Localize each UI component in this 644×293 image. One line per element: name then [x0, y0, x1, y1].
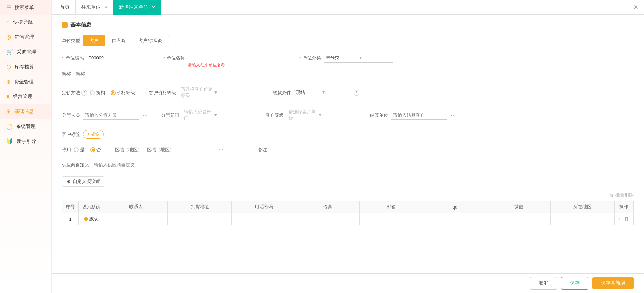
- qq-input[interactable]: [427, 217, 483, 222]
- department-chevron: ▼: [213, 113, 243, 117]
- region-label: 区域（地区）: [115, 147, 142, 153]
- department-label: 分管部门: [161, 112, 179, 119]
- unit-code-input[interactable]: [87, 54, 149, 62]
- region-group: 区域（地区） ···: [115, 146, 223, 154]
- section-header: 基本信息: [62, 22, 634, 28]
- radio-no-dot: [92, 149, 94, 151]
- sidebar-item-purchase[interactable]: 🛒 采购管理: [0, 44, 51, 59]
- region-more-btn[interactable]: ···: [219, 147, 223, 153]
- manager-input[interactable]: [83, 111, 139, 120]
- address-input[interactable]: [171, 217, 228, 222]
- unit-code-label: * 单位编码: [62, 55, 84, 61]
- department-select[interactable]: 请输入分管部门 ▼: [182, 107, 245, 123]
- table-row: 1 默认: [62, 213, 634, 225]
- customer-price-group: 客户价格等级 请选择客户价格等级 ▼: [149, 85, 249, 100]
- cancel-button[interactable]: 取消: [530, 277, 557, 290]
- tabs-bar: 首页 往来单位 ✕ 新增往来单位 ✕ ✕: [52, 0, 644, 15]
- sidebar-item-finance[interactable]: ⊛ 资金管理: [0, 74, 51, 89]
- phone-input[interactable]: [235, 217, 292, 222]
- wechat-input[interactable]: [490, 217, 547, 222]
- td-address: [168, 213, 232, 225]
- batch-delete-area[interactable]: 🗑 批量删除: [62, 192, 634, 198]
- custom-settings-button[interactable]: ⚙ 自定义项设置: [62, 176, 104, 187]
- sidebar-item-system[interactable]: ◯ 系统管理: [0, 119, 51, 134]
- table-header-row: 序号 设为默认 联系人 到货地址 电话号码 传真 邮箱 qq 微信 所在地区 操…: [62, 201, 634, 213]
- tags-label: 客户标签: [62, 131, 80, 138]
- default-radio[interactable]: [84, 217, 88, 221]
- unit-type-label: 单位类型: [62, 38, 80, 44]
- default-cell: 默认: [82, 216, 100, 222]
- td-fax: [296, 213, 360, 225]
- unit-code-group: * 单位编码: [62, 54, 149, 62]
- disabled-label: 停用: [62, 147, 71, 153]
- radio-yes[interactable]: 是: [74, 147, 85, 153]
- tab-contacts[interactable]: 往来单位 ✕: [76, 0, 113, 15]
- unit-type-row: 单位类型 客户 供应商 客户/供应商: [62, 35, 634, 46]
- sidebar-item-search[interactable]: ☰ 搜索菜单: [0, 0, 51, 15]
- unit-name-label: * 单位名称: [163, 55, 185, 61]
- fax-input[interactable]: [299, 217, 356, 222]
- inventory-icon: ⬡: [6, 64, 11, 70]
- unit-name-error: 请输入往来单位名称: [188, 62, 225, 68]
- delete-row-icon[interactable]: 🗑: [624, 216, 630, 222]
- btn-type-supplier[interactable]: 供应商: [105, 35, 132, 46]
- trash-icon: 🗑: [610, 193, 614, 198]
- customer-level-label: 客户等级: [266, 112, 284, 119]
- unit-name-group: * 单位名称 请输入往来单位名称: [163, 54, 265, 62]
- contacts-table: 序号 设为默认 联系人 到货地址 电话号码 传真 邮箱 qq 微信 所在地区 操…: [62, 201, 634, 225]
- customer-level-select[interactable]: 请选择客户等级 ▼: [286, 107, 349, 123]
- department-group: 分管部门 请输入分管部门 ▼: [161, 107, 245, 123]
- save-new-button[interactable]: 保存并新增: [592, 277, 634, 289]
- close-main-button[interactable]: ✕: [630, 3, 641, 11]
- sidebar-item-operations[interactable]: ≡ 经营管理: [0, 89, 51, 104]
- contact-input[interactable]: [108, 217, 164, 222]
- tab-contacts-close[interactable]: ✕: [104, 5, 108, 10]
- sales-icon: ◎: [6, 34, 11, 40]
- supplier-custom-label: 供应商自定义: [62, 162, 89, 168]
- region-input[interactable]: [145, 146, 214, 154]
- email-input[interactable]: [363, 217, 419, 222]
- operations-icon: ≡: [6, 93, 9, 100]
- custom-settings-container: ⚙ 自定义项设置: [62, 176, 634, 191]
- payment-help-icon[interactable]: ?: [354, 90, 359, 96]
- sidebar-item-quick-nav[interactable]: ⌂ 快捷导航: [0, 15, 51, 30]
- th-fax: 传真: [296, 201, 360, 213]
- customer-level-chevron: ▼: [318, 113, 347, 117]
- payment-chevron: ▼: [322, 90, 347, 95]
- tab-new-contact[interactable]: 新增往来单位 ✕: [113, 0, 161, 15]
- guide-icon: 🔰: [6, 138, 13, 145]
- btn-type-both[interactable]: 客户/供应商: [132, 35, 169, 46]
- sidebar-item-basic-info[interactable]: ⊞ 基础信息: [0, 104, 51, 119]
- add-tag-button[interactable]: + 标签: [83, 130, 104, 139]
- unit-category-select[interactable]: 未分类 ▼: [324, 53, 393, 63]
- content-area: 基本信息 单位类型 客户 供应商 客户/供应商 * 单位编码: [52, 15, 644, 273]
- remark-input[interactable]: [270, 146, 374, 154]
- search-icon: ☰: [6, 4, 11, 11]
- short-name-input[interactable]: [74, 70, 136, 78]
- btn-type-customer[interactable]: 客户: [83, 35, 105, 46]
- supplier-custom-input[interactable]: [92, 161, 189, 169]
- code-name-row: * 单位编码 * 单位名称 请输入往来单位名称 *: [62, 53, 634, 63]
- tab-home[interactable]: 首页: [54, 0, 76, 15]
- payment-select[interactable]: 现结 ▼: [294, 88, 350, 97]
- manager-more-btn[interactable]: ···: [143, 112, 147, 119]
- radio-no[interactable]: 否: [90, 147, 101, 153]
- settlement-more-btn[interactable]: ···: [451, 112, 455, 119]
- unit-name-input[interactable]: [188, 54, 264, 62]
- settlement-input[interactable]: [391, 111, 447, 120]
- add-row-icon[interactable]: +: [618, 216, 621, 222]
- th-phone: 电话号码: [232, 201, 296, 213]
- radio-price-level[interactable]: 价格等级: [111, 90, 135, 96]
- sidebar-item-sales[interactable]: ◎ 销售管理: [0, 30, 51, 44]
- radio-discount[interactable]: 折扣: [90, 90, 105, 96]
- pricing-row: 定价方法 ? 折扣 价格等级: [62, 85, 634, 100]
- tab-new-contact-close[interactable]: ✕: [152, 5, 155, 10]
- sidebar-item-guide[interactable]: 🔰 新手引导: [0, 134, 51, 149]
- purchase-icon: 🛒: [6, 49, 13, 55]
- sidebar-item-inventory[interactable]: ⬡ 库存核算: [0, 59, 51, 74]
- customer-price-select[interactable]: 请选择客户价格等级 ▼: [179, 85, 249, 100]
- customer-level-group: 客户等级 请选择客户等级 ▼: [266, 107, 349, 123]
- pricing-help-icon[interactable]: ?: [81, 90, 87, 96]
- row-region-input[interactable]: [554, 217, 611, 222]
- save-button[interactable]: 保存: [561, 277, 588, 290]
